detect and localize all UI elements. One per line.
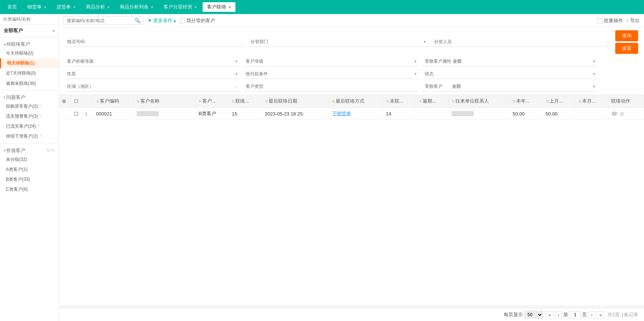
- filter-customer-grade-input[interactable]: [273, 59, 413, 64]
- th-overdue[interactable]: ⇅逾期...: [416, 95, 448, 108]
- page-number-input[interactable]: [570, 311, 581, 318]
- filter-region-dots[interactable]: ···: [234, 84, 238, 89]
- filter-status-input[interactable]: [452, 72, 592, 77]
- sidebar-item-lost[interactable]: 已流失客户(24) ?: [0, 121, 59, 131]
- td-contact-method-link[interactable]: 下销货单: [332, 111, 351, 116]
- all-customers-label[interactable]: 全部客户: [4, 27, 23, 34]
- per-page-label: 每页显示: [504, 311, 523, 318]
- value-edit-icon[interactable]: ✎: [51, 148, 55, 153]
- th-this-month[interactable]: ⇅本月...: [575, 95, 608, 108]
- filter-phone-input[interactable]: [94, 39, 242, 45]
- first-page-button[interactable]: «: [546, 311, 554, 319]
- sidebar-item-classC[interactable]: C类客户(6): [0, 184, 59, 194]
- nav-item-customer-tier[interactable]: 客户分层经营×: [159, 2, 201, 12]
- main-search-input[interactable]: [67, 18, 133, 23]
- nav-item-purchase[interactable]: 进货单×: [52, 2, 80, 12]
- filter-person-input[interactable]: [461, 39, 604, 45]
- td-last-contact-method[interactable]: 下销货单: [329, 108, 383, 120]
- total-records-label: 共1页 1条记录: [608, 311, 638, 318]
- bulk-op-button[interactable]: 批量操作: [598, 17, 623, 24]
- sidebar-item-today[interactable]: 今天待联络(0): [0, 48, 59, 58]
- th-sort-unit-icon: ⇅: [452, 99, 455, 103]
- filter-customer-grade-chevron[interactable]: ▾: [414, 59, 417, 64]
- sidebar-collapse-icon[interactable]: «: [52, 28, 55, 33]
- my-customers-checkbox[interactable]: [180, 18, 185, 23]
- th-this-year[interactable]: ⇅本年...: [510, 95, 542, 108]
- header-checkbox[interactable]: ☐: [74, 99, 78, 104]
- td-last-month: 50.00: [542, 108, 575, 120]
- filter-retail-attr-chevron[interactable]: ▾: [593, 59, 595, 64]
- action-phone-icon[interactable]: ☎: [611, 111, 617, 117]
- th-last-month[interactable]: ⇅上月...: [542, 95, 575, 108]
- th-not-contact[interactable]: ⇅未联...: [383, 95, 416, 108]
- export-button[interactable]: ↑ 导出: [627, 17, 640, 24]
- filter-price-grade-chevron[interactable]: ▾: [235, 59, 238, 64]
- nav-close-goods-analysis-list[interactable]: ×: [151, 5, 153, 9]
- sidebar-item-week7[interactable]: 近7天待联络(0): [0, 68, 59, 78]
- problem-section-label: 问题客户: [6, 94, 25, 101]
- nav-close-goods-analysis[interactable]: ×: [107, 5, 109, 9]
- nav-item-goods-analysis[interactable]: 商品分析×: [81, 2, 114, 12]
- filter-dept-chevron[interactable]: ▾: [424, 39, 426, 44]
- filter-price-grade-input[interactable]: [95, 59, 234, 64]
- filter-customer-type-input[interactable]: [273, 84, 416, 89]
- prev-page-button[interactable]: ‹: [555, 311, 562, 319]
- sidebar-item-classB[interactable]: B类客户(33): [0, 175, 59, 184]
- th-customer-type[interactable]: ⇅客户...: [195, 95, 228, 108]
- td-this-month: [575, 108, 608, 120]
- th-unit-contact[interactable]: ⇅往来单位联系人: [449, 95, 510, 108]
- more-conditions-btn[interactable]: ▼ 更多条件 ▴: [147, 17, 176, 24]
- sidebar-item-tomorrow[interactable]: 明天待联络(1): [0, 58, 59, 68]
- td-checkbox[interactable]: ☐: [71, 108, 82, 120]
- nav-item-home[interactable]: 首页: [3, 2, 21, 12]
- sidebar-search-input[interactable]: [3, 17, 58, 22]
- sidebar-item-ungrouped[interactable]: 未分组(32): [0, 155, 59, 165]
- filter-region-input[interactable]: [95, 84, 232, 89]
- last-page-button[interactable]: »: [597, 311, 605, 319]
- more-conditions-label: 更多条件: [153, 17, 172, 24]
- th-settings-icon: ⚙: [62, 99, 66, 104]
- filter-retail-customer-chevron[interactable]: ▾: [593, 84, 595, 89]
- nav-item-customer-contact[interactable]: 客户联络×: [203, 2, 235, 12]
- th-last-contact-date[interactable]: ⇅最后联络日期: [262, 95, 329, 108]
- th-contact-count[interactable]: ⇅联络...: [229, 95, 262, 108]
- next-page-button[interactable]: ›: [588, 311, 595, 319]
- pending-section-arrow: ▾: [4, 42, 6, 46]
- nav-close-purchase[interactable]: ×: [73, 5, 75, 9]
- per-page-select[interactable]: 50 100 200: [524, 311, 543, 319]
- filter-phone: 电话号码: [65, 37, 245, 47]
- filter-nature-input[interactable]: [94, 72, 234, 77]
- value-refresh-icon[interactable]: ↻: [47, 148, 50, 153]
- nav-item-goods-analysis-list[interactable]: 商品分析列表×: [115, 2, 157, 12]
- filter-person-dots[interactable]: ···: [606, 39, 609, 45]
- filter-payment-terms: 收付款条件 ▾: [244, 69, 419, 79]
- action-grid-icon[interactable]: ⊞: [620, 111, 624, 117]
- filter-status-chevron[interactable]: ▾: [593, 72, 595, 76]
- sidebar-item-declining[interactable]: 持续下滑客户(2) ?: [0, 131, 59, 141]
- th-settings[interactable]: ⚙: [59, 95, 71, 108]
- sidebar-item-losing[interactable]: 流失预警客户(3) ?: [0, 111, 59, 121]
- nav-close-customer-contact[interactable]: ×: [228, 5, 231, 9]
- main-search-icon[interactable]: 🔍: [134, 18, 140, 23]
- sidebar-divider-1: [0, 37, 59, 37]
- filter-icon: ▼: [147, 18, 152, 23]
- query-button[interactable]: 查询: [615, 30, 638, 41]
- sidebar-item-classA[interactable]: A类客户(1): [0, 165, 59, 175]
- row-checkbox[interactable]: ☐: [74, 111, 78, 117]
- filter-payment-terms-chevron[interactable]: ▾: [414, 72, 417, 76]
- nav-item-sales[interactable]: 销货单×: [23, 2, 50, 12]
- horizontal-scrollbar[interactable]: [59, 305, 644, 308]
- filter-dept-input[interactable]: [278, 39, 422, 45]
- th-code[interactable]: ⇅客户编码: [93, 95, 134, 108]
- settings-button[interactable]: 设置: [615, 43, 638, 54]
- th-checkbox[interactable]: ☐: [71, 95, 82, 108]
- filter-nature-chevron[interactable]: ▾: [235, 72, 238, 76]
- th-last-contact-method[interactable]: ⇅最后联络方式: [329, 95, 383, 108]
- my-customers-checkbox-area[interactable]: 我分管的客户: [180, 17, 215, 24]
- th-name[interactable]: ⇅客户名称: [134, 95, 196, 108]
- nav-close-sales[interactable]: ×: [44, 5, 46, 9]
- sidebar-item-repurchase[interactable]: 回购异常客户(2) ?: [0, 101, 59, 111]
- filter-payment-terms-input[interactable]: [273, 72, 413, 77]
- nav-close-customer-tier[interactable]: ×: [195, 5, 197, 9]
- sidebar-item-overdue[interactable]: 逾期未联络(30): [0, 79, 59, 89]
